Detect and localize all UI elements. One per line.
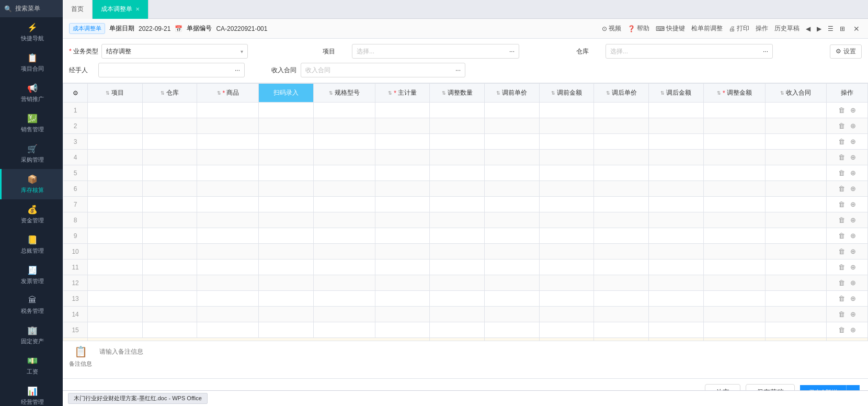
cell-warehouse[interactable] xyxy=(142,165,197,181)
cell-product[interactable] xyxy=(197,307,259,322)
copy-row-button[interactable]: ⊕ xyxy=(848,278,858,288)
cell-price_before[interactable] xyxy=(485,212,540,228)
cell-amount_after[interactable] xyxy=(649,260,704,275)
table-row[interactable]: 1🗑⊕ xyxy=(63,103,868,118)
cell-project[interactable] xyxy=(88,212,143,228)
cell-amount_before[interactable] xyxy=(539,307,594,322)
cell-unit[interactable] xyxy=(375,275,430,291)
cell-amount_after[interactable] xyxy=(649,275,704,291)
cell-warehouse[interactable] xyxy=(142,322,197,338)
delete-row-button[interactable]: 🗑 xyxy=(837,184,846,194)
cell-income_contract[interactable] xyxy=(765,307,827,322)
cell-scan[interactable] xyxy=(259,103,314,118)
cell-qty[interactable] xyxy=(430,307,485,322)
cell-qty[interactable] xyxy=(430,275,485,291)
nav-next-icon[interactable]: ▶ xyxy=(817,25,821,32)
cell-amount_after[interactable] xyxy=(649,322,704,338)
cell-spec[interactable] xyxy=(313,228,375,244)
copy-row-button[interactable]: ⊕ xyxy=(848,325,858,335)
col-settings[interactable]: ⚙ xyxy=(63,84,88,103)
table-row[interactable]: 6🗑⊕ xyxy=(63,181,868,197)
tab-close-icon[interactable]: ✕ xyxy=(135,6,140,12)
copy-row-button[interactable]: ⊕ xyxy=(848,121,858,131)
cell-spec[interactable] xyxy=(313,291,375,307)
cell-income_contract[interactable] xyxy=(765,291,827,307)
copy-row-button[interactable]: ⊕ xyxy=(848,294,858,303)
cell-scan[interactable] xyxy=(259,322,314,338)
cell-spec[interactable] xyxy=(313,307,375,322)
cell-qty[interactable] xyxy=(430,291,485,307)
sidebar-item-finance-mgmt[interactable]: 💰资金管理 xyxy=(0,199,63,230)
cell-product[interactable] xyxy=(197,150,259,165)
col-qty[interactable]: ⇅ 调整数量 xyxy=(430,84,485,103)
cell-qty[interactable] xyxy=(430,181,485,197)
cell-amount_after[interactable] xyxy=(649,307,704,322)
cell-spec[interactable] xyxy=(313,134,375,150)
cell-price_after[interactable] xyxy=(594,212,649,228)
cell-price_before[interactable] xyxy=(485,118,540,134)
delete-row-button[interactable]: 🗑 xyxy=(837,168,846,178)
cell-adjust_amount[interactable] xyxy=(703,275,765,291)
cell-price_before[interactable] xyxy=(485,165,540,181)
cell-amount_before[interactable] xyxy=(539,275,594,291)
cell-product[interactable] xyxy=(197,181,259,197)
cell-unit[interactable] xyxy=(375,103,430,118)
cell-amount_before[interactable] xyxy=(539,181,594,197)
cell-warehouse[interactable] xyxy=(142,181,197,197)
cell-income_contract[interactable] xyxy=(765,150,827,165)
cell-amount_before[interactable] xyxy=(539,103,594,118)
cell-product[interactable] xyxy=(197,228,259,244)
cell-qty[interactable] xyxy=(430,197,485,212)
cell-price_before[interactable] xyxy=(485,197,540,212)
tab-cost-adjust[interactable]: 成本调整单 ✕ xyxy=(93,0,149,19)
cell-amount_after[interactable] xyxy=(649,165,704,181)
cell-scan[interactable] xyxy=(259,228,314,244)
copy-row-button[interactable]: ⊕ xyxy=(848,216,858,225)
sidebar-item-sales-promo[interactable]: 📢营销推广 xyxy=(0,78,63,108)
income-contract-input[interactable]: 收入合同 ··· xyxy=(301,63,465,77)
table-row[interactable]: 2🗑⊕ xyxy=(63,118,868,134)
cell-warehouse[interactable] xyxy=(142,244,197,260)
sidebar-item-assets[interactable]: 🏢固定资产 xyxy=(0,320,63,351)
cell-price_before[interactable] xyxy=(485,103,540,118)
cell-project[interactable] xyxy=(88,275,143,291)
cell-amount_after[interactable] xyxy=(649,228,704,244)
project-input[interactable]: 选择... ··· xyxy=(352,44,519,59)
cell-scan[interactable] xyxy=(259,165,314,181)
cell-warehouse[interactable] xyxy=(142,291,197,307)
cell-spec[interactable] xyxy=(313,103,375,118)
cell-price_after[interactable] xyxy=(594,260,649,275)
cell-amount_after[interactable] xyxy=(649,103,704,118)
cell-warehouse[interactable] xyxy=(142,307,197,322)
cell-qty[interactable] xyxy=(430,244,485,260)
cell-spec[interactable] xyxy=(313,165,375,181)
cell-adjust_amount[interactable] xyxy=(703,197,765,212)
cell-adjust_amount[interactable] xyxy=(703,291,765,307)
date-edit-icon[interactable]: 📅 xyxy=(175,25,182,32)
view-toggle-grid[interactable]: ⊞ xyxy=(840,25,845,32)
cell-qty[interactable] xyxy=(430,228,485,244)
cell-spec[interactable] xyxy=(313,181,375,197)
handler-input[interactable]: ··· xyxy=(98,63,245,77)
cell-scan[interactable] xyxy=(259,275,314,291)
cell-product[interactable] xyxy=(197,260,259,275)
cell-income_contract[interactable] xyxy=(765,275,827,291)
cell-qty[interactable] xyxy=(430,150,485,165)
cell-price_after[interactable] xyxy=(594,322,649,338)
col-amount-before[interactable]: ⇅ 调前金额 xyxy=(539,84,594,103)
cell-scan[interactable] xyxy=(259,244,314,260)
cell-price_after[interactable] xyxy=(594,307,649,322)
toolbar-help[interactable]: ❓ 帮助 xyxy=(627,24,649,33)
toolbar-operation[interactable]: 操作 xyxy=(756,24,768,33)
cell-warehouse[interactable] xyxy=(142,118,197,134)
cell-qty[interactable] xyxy=(430,212,485,228)
cell-amount_after[interactable] xyxy=(649,244,704,260)
col-product[interactable]: ⇅ * 商品 xyxy=(197,84,259,103)
cell-warehouse[interactable] xyxy=(142,228,197,244)
cell-adjust_amount[interactable] xyxy=(703,322,765,338)
delete-row-button[interactable]: 🗑 xyxy=(837,153,846,162)
cell-warehouse[interactable] xyxy=(142,197,197,212)
cell-amount_before[interactable] xyxy=(539,228,594,244)
cell-adjust_amount[interactable] xyxy=(703,134,765,150)
col-unit[interactable]: ⇅ * 主计量 xyxy=(375,84,430,103)
